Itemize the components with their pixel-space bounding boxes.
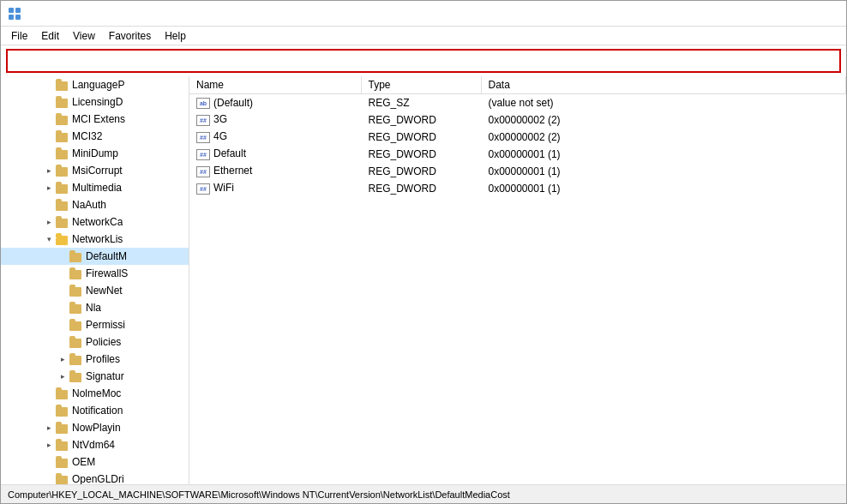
tree-item[interactable]: Nla — [1, 299, 189, 316]
table-row[interactable]: ab(Default)REG_SZ(value not set) — [189, 94, 846, 111]
table-row[interactable]: ##4GREG_DWORD0x00000002 (2) — [189, 129, 846, 146]
expand-button[interactable]: ▸ — [42, 215, 56, 229]
folder-icon — [56, 113, 69, 125]
tree-item[interactable]: Policies — [1, 333, 189, 351]
tree-panel[interactable]: LanguagePLicensingDMCI ExtensMCI32MiniDu… — [1, 76, 189, 484]
folder-icon — [69, 319, 83, 331]
col-data[interactable]: Data — [481, 76, 846, 94]
tree-item[interactable]: FirewallS — [1, 265, 189, 282]
menu-view[interactable]: View — [66, 28, 102, 44]
cell-data: 0x00000002 (2) — [481, 111, 846, 129]
expand-placeholder — [56, 335, 69, 349]
tree-item[interactable]: Permissi — [1, 316, 189, 333]
folder-icon — [69, 353, 83, 365]
expand-placeholder — [42, 198, 56, 212]
menu-edit[interactable]: Edit — [34, 28, 66, 44]
menu-favorites[interactable]: Favorites — [102, 28, 158, 44]
tree-item[interactable]: LanguageP — [1, 76, 189, 93]
table-row[interactable]: ##3GREG_DWORD0x00000002 (2) — [189, 111, 846, 129]
tree-item-label: MsiCorrupt — [72, 165, 123, 177]
tree-item[interactable]: MiniDump — [1, 145, 189, 162]
tree-item-label: NetworkCa — [72, 216, 123, 228]
expand-placeholder — [56, 284, 69, 297]
expand-button[interactable]: ▸ — [42, 181, 56, 195]
folder-icon — [56, 147, 69, 159]
tree-item[interactable]: ▾NetworkLis — [1, 231, 189, 248]
registry-editor-icon — [8, 7, 21, 21]
tree-item[interactable]: MCI32 — [1, 128, 189, 145]
svg-rect-3 — [15, 15, 21, 20]
table-row[interactable]: ##EthernetREG_DWORD0x00000001 (1) — [189, 163, 846, 180]
expand-button[interactable]: ▸ — [56, 369, 69, 383]
table-row[interactable]: ##WiFiREG_DWORD0x00000001 (1) — [189, 180, 846, 197]
expand-placeholder — [56, 267, 69, 280]
cell-name: ##WiFi — [189, 180, 361, 197]
folder-icon — [56, 182, 69, 194]
tree-item-label: NtVdm64 — [72, 439, 115, 451]
cell-data: 0x00000001 (1) — [481, 163, 846, 180]
tree-item[interactable]: NaAuth — [1, 196, 189, 213]
tree-item[interactable]: ▸NowPlayin — [1, 419, 189, 436]
tree-item-label: LanguageP — [72, 79, 124, 91]
table-row[interactable]: ##DefaultREG_DWORD0x00000001 (1) — [189, 146, 846, 163]
expand-button[interactable]: ▾ — [42, 232, 56, 246]
title-left — [8, 7, 27, 21]
tree-item[interactable]: ▸MsiCorrupt — [1, 162, 189, 179]
expand-button[interactable]: ▸ — [42, 164, 56, 177]
folder-icon — [69, 285, 83, 297]
svg-rect-1 — [15, 8, 21, 13]
expand-placeholder — [42, 455, 56, 469]
minimize-button[interactable] — [721, 1, 760, 27]
tree-item[interactable]: OpenGLDri — [1, 471, 189, 484]
reg-sz-icon: ab — [196, 98, 210, 109]
cell-type: REG_DWORD — [361, 180, 481, 197]
tree-item[interactable]: ▸Signatur — [1, 368, 189, 385]
tree-item-label: NaAuth — [72, 199, 106, 211]
tree-item[interactable]: ▸NetworkCa — [1, 213, 189, 231]
tree-item-label: Signatur — [86, 370, 124, 382]
expand-button[interactable]: ▸ — [42, 438, 56, 452]
tree-item[interactable]: ▸Multimedia — [1, 179, 189, 196]
reg-dword-icon: ## — [196, 166, 210, 177]
folder-icon — [56, 96, 69, 108]
tree-item[interactable]: DefaultM — [1, 248, 189, 265]
registry-editor-window: File Edit View Favorites Help LanguagePL… — [0, 0, 847, 504]
cell-data: (value not set) — [481, 94, 846, 111]
tree-item[interactable]: NolmeMoc — [1, 385, 189, 402]
tree-item-label: NolmeMoc — [72, 387, 121, 399]
tree-item[interactable]: Notification — [1, 402, 189, 419]
menu-file[interactable]: File — [4, 28, 34, 44]
expand-placeholder — [42, 472, 56, 484]
tree-item[interactable]: ▸NtVdm64 — [1, 436, 189, 453]
folder-icon — [69, 302, 83, 314]
folder-icon — [69, 336, 83, 348]
folder-open-icon — [56, 233, 69, 245]
menu-bar: File Edit View Favorites Help — [1, 27, 846, 45]
tree-item-label: Multimedia — [72, 182, 122, 194]
svg-rect-2 — [9, 15, 14, 20]
tree-item[interactable]: NewNet — [1, 282, 189, 299]
maximize-button[interactable] — [760, 1, 800, 27]
tree-item[interactable]: MCI Extens — [1, 111, 189, 128]
folder-icon — [56, 422, 69, 434]
cell-name: ##Default — [189, 146, 361, 163]
menu-help[interactable]: Help — [158, 28, 193, 44]
tree-item[interactable]: OEM — [1, 453, 189, 471]
tree-item-label: MCI Extens — [72, 113, 125, 125]
cell-name: ##4G — [189, 129, 361, 146]
window-controls — [721, 1, 839, 27]
col-name[interactable]: Name — [189, 76, 361, 94]
tree-item-label: Profiles — [86, 353, 120, 365]
folder-icon — [56, 439, 69, 451]
address-bar[interactable] — [6, 49, 841, 73]
tree-item[interactable]: ▸Profiles — [1, 351, 189, 368]
expand-button[interactable]: ▸ — [42, 421, 56, 435]
close-button[interactable] — [800, 1, 839, 27]
expand-button[interactable]: ▸ — [56, 352, 69, 366]
col-type[interactable]: Type — [361, 76, 481, 94]
tree-item-label: DefaultM — [86, 250, 127, 262]
folder-icon — [69, 250, 83, 262]
expand-placeholder — [42, 95, 56, 109]
data-panel[interactable]: Name Type Data ab(Default)REG_SZ(value n… — [189, 76, 846, 484]
tree-item[interactable]: LicensingD — [1, 93, 189, 111]
